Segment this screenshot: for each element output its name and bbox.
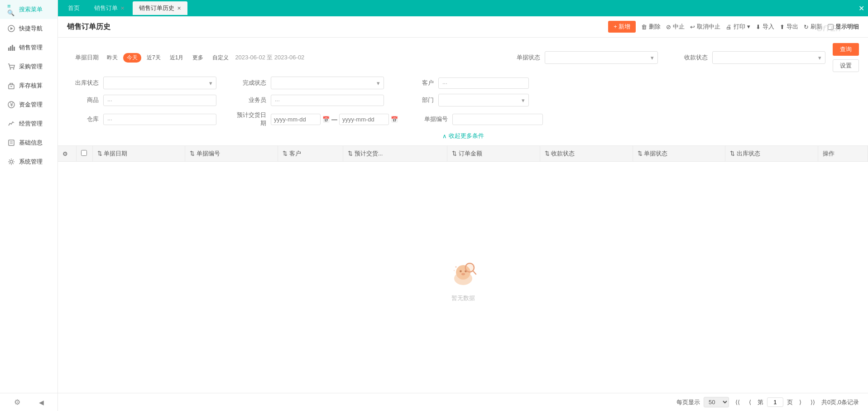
- goods-picker[interactable]: ···: [103, 95, 216, 106]
- svg-point-24: [453, 270, 454, 271]
- tab-sales-order[interactable]: 销售订单 ✕: [88, 1, 131, 15]
- finance-icon: ¥: [7, 101, 15, 109]
- sidebar-item-sales-mgmt[interactable]: 销售管理: [0, 38, 58, 57]
- date-opt-more[interactable]: 更多: [189, 53, 207, 63]
- tab-sales-order-close[interactable]: ✕: [120, 5, 125, 11]
- dept-chevron: ▾: [522, 97, 525, 104]
- receipt-status-select[interactable]: ▾: [712, 51, 825, 64]
- out-status-chevron: ▾: [209, 80, 212, 87]
- display-detail-input[interactable]: [828, 24, 834, 30]
- sidebar-collapse-icon[interactable]: ◀: [39, 399, 44, 406]
- delete-button[interactable]: 🗑 🗑 删除 删除: [641, 23, 661, 31]
- expected-date-to[interactable]: [339, 114, 389, 125]
- bill-status-chevron: ▾: [651, 54, 654, 61]
- sidebar-item-finance[interactable]: ¥ 资金管理: [0, 95, 58, 114]
- out-status-label: 出库状态: [67, 79, 103, 87]
- salesperson-label: 业务员: [235, 96, 271, 104]
- customer-label: 客户: [402, 79, 438, 87]
- tab-sales-order-history[interactable]: 销售订单历史 ✕: [133, 1, 187, 15]
- sidebar-item-operations[interactable]: 经营管理: [0, 114, 58, 133]
- col-order-amount[interactable]: ⇅ 订单金额: [447, 146, 540, 162]
- date-opt-yesterday[interactable]: 昨天: [103, 53, 121, 63]
- page-size-select[interactable]: 50 20 100: [704, 397, 729, 407]
- tab-history-close[interactable]: ✕: [177, 5, 181, 11]
- page-number-input[interactable]: [767, 397, 783, 407]
- query-button[interactable]: 查询: [833, 43, 859, 56]
- pagination-bar: 每页显示 50 20 100 ⟨⟨ ⟨ 第 页 ⟩ ⟩⟩ 共0页,0条记录: [58, 393, 868, 411]
- collapse-up-icon: ∧: [442, 133, 447, 140]
- calendar-to-icon[interactable]: 📅: [391, 116, 398, 123]
- select-all-checkbox[interactable]: [81, 150, 87, 156]
- dept-select[interactable]: ▾: [438, 94, 529, 106]
- date-opt-7days[interactable]: 近7天: [143, 53, 164, 63]
- filter-row-4: 仓库 ··· 预计交货日期 📅 — 📅 单据编号: [67, 111, 859, 127]
- out-status-select[interactable]: ▾: [103, 77, 216, 89]
- toolbar: + 新增 🗑 🗑 删除 删除 ⊘ 中止 ↩ 取消中止 🖨 打印 ▾ ⬇ 导入: [608, 21, 859, 33]
- col-receipt-status[interactable]: ⇅ 收款状态: [540, 146, 633, 162]
- date-range-label: 单据日期: [67, 53, 103, 62]
- cancel-stop-button[interactable]: ↩ 取消中止: [690, 23, 720, 31]
- svg-rect-3: [10, 46, 11, 51]
- customer-picker[interactable]: ···: [438, 77, 529, 89]
- expected-date-from[interactable]: [271, 114, 321, 125]
- col-operation: 操作: [818, 146, 868, 162]
- salesperson-picker[interactable]: ···: [271, 95, 384, 106]
- warehouse-picker[interactable]: ···: [103, 114, 216, 125]
- sidebar-item-basic-info[interactable]: 基础信息: [0, 133, 58, 152]
- calendar-from-icon[interactable]: 📅: [322, 116, 330, 123]
- date-opt-1month[interactable]: 近1月: [166, 53, 187, 63]
- svg-rect-4: [12, 45, 13, 51]
- sidebar-item-quick-nav[interactable]: 快捷导航: [0, 19, 58, 38]
- new-button[interactable]: + 新增: [608, 21, 636, 33]
- col-bill-no[interactable]: ⇅ 单据编号: [185, 146, 278, 162]
- query-setting-group: 查询 设置: [833, 43, 859, 72]
- last-page-btn[interactable]: ⟩⟩: [808, 398, 818, 406]
- col-checkbox[interactable]: [76, 146, 92, 162]
- sidebar-item-search-menu[interactable]: ≡🔍 搜索菜单: [0, 0, 58, 19]
- import-button[interactable]: ⬇ 导入: [756, 23, 774, 31]
- page-header: 销售订单历史 + 新增 🗑 🗑 删除 删除 ⊘ 中止 ↩ 取消中止 🖨 打印 ▾…: [58, 16, 868, 38]
- collapse-row[interactable]: ∧ 收起更多条件: [67, 132, 859, 140]
- stop-button[interactable]: ⊘ 中止: [666, 23, 685, 31]
- print-button[interactable]: 🖨 打印 ▾: [726, 23, 750, 31]
- data-table: ⚙ ⇅ 单据日期 ⇅ 单据编号 ⇅ 客户: [58, 146, 868, 162]
- table-settings-icon[interactable]: ⚙: [62, 150, 68, 157]
- sidebar-settings-icon[interactable]: ⚙: [14, 398, 20, 406]
- date-range-options: 昨天 今天 近7天 近1月 更多 自定义: [103, 53, 232, 63]
- svg-point-23: [455, 266, 456, 267]
- sidebar-item-inventory[interactable]: 库存核算: [0, 76, 58, 95]
- col-bill-date[interactable]: ⇅ 单据日期: [92, 146, 185, 162]
- display-detail-checkbox[interactable]: 显示明细: [828, 23, 859, 31]
- sales-mgmt-icon: [7, 44, 15, 52]
- col-customer[interactable]: ⇅ 客户: [278, 146, 343, 162]
- bill-status-select[interactable]: ▾: [545, 51, 658, 64]
- sidebar-item-purchase-mgmt[interactable]: 采购管理: [0, 57, 58, 76]
- next-page-btn[interactable]: ⟩: [796, 398, 804, 406]
- complete-status-select[interactable]: ▾: [271, 77, 384, 89]
- svg-point-15: [10, 160, 13, 163]
- svg-point-18: [460, 270, 462, 272]
- window-close-icon[interactable]: ✕: [858, 4, 864, 13]
- refresh-icon: ↻: [804, 24, 809, 30]
- col-out-status[interactable]: ⇅ 出库状态: [725, 146, 818, 162]
- tab-home[interactable]: 首页: [62, 1, 86, 15]
- page-title: 销售订单历史: [67, 22, 110, 32]
- complete-status-chevron: ▾: [377, 80, 380, 87]
- col-bill-status[interactable]: ⇅ 单据状态: [633, 146, 725, 162]
- date-opt-today[interactable]: 今天: [123, 53, 141, 63]
- filter-row-1: 单据日期 昨天 今天 近7天 近1月 更多 自定义 2023-06-02 至 2…: [67, 43, 859, 72]
- prev-page-btn[interactable]: ⟨: [746, 398, 754, 406]
- sidebar-item-sys-mgmt[interactable]: 系统管理: [0, 152, 58, 171]
- first-page-btn[interactable]: ⟨⟨: [733, 398, 743, 406]
- refresh-button[interactable]: ↻ 刷新: [804, 23, 822, 31]
- export-button[interactable]: ⬆ 导出: [780, 23, 798, 31]
- inventory-icon: [7, 82, 15, 90]
- page-size-label: 每页显示: [676, 398, 700, 406]
- bill-no-input[interactable]: [452, 114, 543, 125]
- date-opt-custom[interactable]: 自定义: [209, 53, 232, 63]
- filter-row-3: 商品 ··· 业务员 ··· 部门 ▾: [67, 94, 859, 106]
- expected-date-range: 📅 — 📅: [271, 114, 398, 125]
- setting-button[interactable]: 设置: [833, 59, 859, 72]
- col-expected-delivery[interactable]: ⇅ 预计交货...: [343, 146, 447, 162]
- col-settings[interactable]: ⚙: [58, 146, 76, 162]
